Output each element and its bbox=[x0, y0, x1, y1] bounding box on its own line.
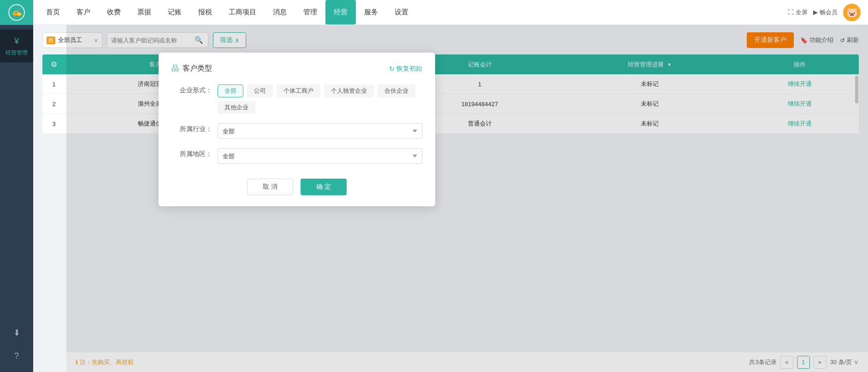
cancel-button[interactable]: 取 消 bbox=[247, 179, 293, 195]
fullscreen-label: 全屏 bbox=[796, 8, 808, 17]
settings-header: ⚙ bbox=[42, 54, 65, 74]
fullscreen-button[interactable]: ⛶ 全屏 bbox=[788, 8, 808, 17]
vip-icon: ▶ bbox=[813, 9, 818, 16]
region-label: 所属地区： bbox=[171, 148, 218, 158]
employee-icon: 图 bbox=[47, 36, 55, 44]
vip-button[interactable]: ▶ 畅会员 bbox=[813, 8, 838, 17]
nav-item-account[interactable]: 记账 bbox=[159, 0, 190, 24]
nav-items: 首页 客户 收费 票据 记账 报税 工商项目 消息 管理 经营 服务 设置 bbox=[33, 0, 788, 24]
modal-reset-button[interactable]: ↻ 恢复初始 bbox=[389, 65, 422, 73]
tag-company[interactable]: 公司 bbox=[247, 84, 273, 97]
modal-body: 企业形式： 全部 公司 个体工商户 个人独资企业 合伙企业 其他企业 bbox=[171, 84, 422, 164]
nav-item-message[interactable]: 消息 bbox=[265, 0, 295, 24]
sidebar: ¥ 经营管理 ⬇ ? bbox=[0, 25, 33, 372]
enterprise-tag-group: 全部 公司 个体工商户 个人独资企业 合伙企业 其他企业 bbox=[218, 84, 422, 114]
nav-item-customer[interactable]: 客户 bbox=[68, 0, 99, 24]
industry-label: 所属行业： bbox=[171, 123, 218, 133]
region-select[interactable]: 全部 bbox=[218, 148, 422, 164]
enterprise-form-row: 企业形式： 全部 公司 个体工商户 个人独资企业 合伙企业 其他企业 bbox=[171, 84, 422, 114]
sidebar-bottom: ⬇ ? bbox=[0, 321, 33, 372]
nav-item-home[interactable]: 首页 bbox=[38, 0, 68, 24]
industry-select-wrap: 全部 bbox=[218, 123, 422, 139]
row-index-3: 3 bbox=[42, 114, 65, 134]
region-select-wrap: 全部 bbox=[218, 148, 422, 164]
modal-footer: 取 消 确 定 bbox=[171, 179, 422, 195]
sidebar-item-label: 经营管理 bbox=[6, 49, 28, 57]
sidebar-item-download[interactable]: ⬇ bbox=[0, 321, 33, 344]
nav-item-manage[interactable]: 管理 bbox=[295, 0, 325, 24]
tag-individual[interactable]: 个体工商户 bbox=[277, 84, 320, 97]
sidebar-item-help[interactable]: ? bbox=[0, 344, 33, 367]
region-form-row: 所属地区： 全部 bbox=[171, 148, 422, 164]
modal-title: 品 客户类型 bbox=[171, 64, 212, 73]
row-index-1: 1 bbox=[42, 74, 65, 94]
logo-icon: ✍ bbox=[8, 4, 25, 21]
enterprise-form-label: 企业形式： bbox=[171, 84, 218, 95]
nav-item-settings[interactable]: 设置 bbox=[386, 0, 417, 24]
avatar[interactable]: 🐷 bbox=[843, 4, 861, 21]
row-index-2: 2 bbox=[42, 94, 65, 114]
filter-modal: 品 客户类型 ↻ 恢复初始 企业形式： 全部 公司 个体工商户 bbox=[159, 53, 435, 206]
modal-header: 品 客户类型 ↻ 恢复初始 bbox=[171, 64, 422, 73]
help-icon: ? bbox=[11, 350, 23, 362]
modal-overlay: 品 客户类型 ↻ 恢复初始 企业形式： 全部 公司 个体工商户 bbox=[66, 25, 868, 372]
modal-title-icon: 品 bbox=[171, 64, 179, 73]
modal-title-text: 客户类型 bbox=[183, 64, 212, 73]
tag-other[interactable]: 其他企业 bbox=[218, 101, 255, 114]
settings-icon[interactable]: ⚙ bbox=[51, 60, 57, 68]
confirm-button[interactable]: 确 定 bbox=[301, 179, 347, 195]
enterprise-form-content: 全部 公司 个体工商户 个人独资企业 合伙企业 其他企业 bbox=[218, 84, 422, 114]
vip-label: 畅会员 bbox=[820, 8, 838, 17]
nav-item-service[interactable]: 服务 bbox=[356, 0, 386, 24]
logo-area: ✍ bbox=[0, 0, 33, 25]
download-icon: ⬇ bbox=[11, 327, 23, 339]
reset-icon: ↻ bbox=[389, 65, 395, 72]
nav-item-fee[interactable]: 收费 bbox=[99, 0, 129, 24]
main-content: 图 全部员工 ∨ 🔍 筛选 ∧ 开通新客户 🔖 功能介绍 ↺ 刷 bbox=[33, 25, 868, 372]
sidebar-item-operation[interactable]: ¥ 经营管理 bbox=[0, 30, 33, 62]
nav-item-tax[interactable]: 报税 bbox=[190, 0, 220, 24]
nav-item-operation[interactable]: 经营 bbox=[325, 0, 356, 24]
tag-all[interactable]: 全部 bbox=[218, 84, 243, 97]
fullscreen-icon: ⛶ bbox=[788, 9, 794, 16]
nav-item-business[interactable]: 工商项目 bbox=[220, 0, 265, 24]
top-nav: ✍ 首页 客户 收费 票据 记账 报税 工商项目 消息 管理 经营 服务 设置 … bbox=[0, 0, 868, 25]
tag-sole[interactable]: 个人独资企业 bbox=[324, 84, 374, 97]
industry-form-row: 所属行业： 全部 bbox=[171, 123, 422, 139]
reset-label: 恢复初始 bbox=[396, 65, 422, 73]
nav-right: ⛶ 全屏 ▶ 畅会员 🐷 bbox=[788, 4, 868, 21]
nav-item-bill[interactable]: 票据 bbox=[129, 0, 159, 24]
industry-select[interactable]: 全部 bbox=[218, 123, 422, 139]
yuan-icon: ¥ bbox=[11, 35, 23, 47]
tag-partnership[interactable]: 合伙企业 bbox=[378, 84, 415, 97]
